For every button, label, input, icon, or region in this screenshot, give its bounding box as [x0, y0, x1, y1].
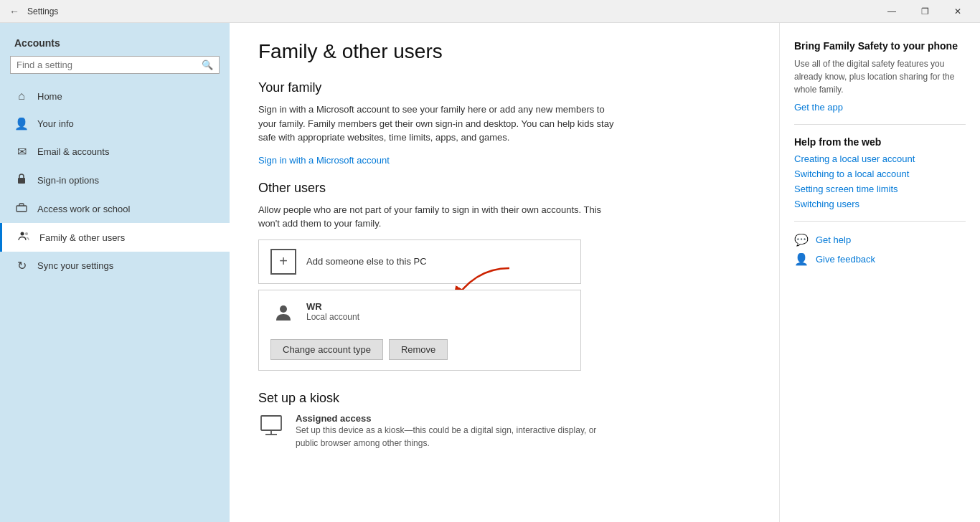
title-bar: ← Settings — ❐ ✕ [0, 0, 980, 23]
user-box-actions: Change account type Remove [259, 333, 580, 370]
person-icon: 👤 [14, 117, 29, 130]
user-info: WR Local account [306, 301, 359, 322]
kiosk-item-title: Assigned access [296, 413, 611, 424]
give-feedback-item[interactable]: 👤 Give feedback [794, 252, 966, 266]
sign-in-link[interactable]: Sign in with a Microsoft account [258, 155, 390, 166]
sidebar: Accounts 🔍 ⌂ Home 👤 Your info ✉ Email & … [0, 23, 230, 522]
your-family-desc: Sign in with a Microsoft account to see … [258, 103, 617, 145]
sync-icon: ↻ [14, 259, 29, 272]
sidebar-item-access-work[interactable]: Access work or school [0, 194, 230, 223]
sidebar-item-email-accounts[interactable]: ✉ Email & accounts [0, 138, 230, 166]
sidebar-item-sync[interactable]: ↻ Sync your settings [0, 252, 230, 280]
group-icon [17, 230, 31, 245]
help-from-web-title: Help from the web [794, 136, 966, 148]
svg-point-2 [21, 232, 24, 236]
give-feedback-link[interactable]: Give feedback [816, 254, 875, 265]
close-button[interactable]: ✕ [941, 0, 974, 23]
get-help-item[interactable]: 💬 Get help [794, 233, 966, 247]
panel-divider-2 [794, 221, 966, 222]
help-link-1[interactable]: Creating a local user account [794, 153, 966, 164]
panel-divider-1 [794, 124, 966, 125]
add-user-label: Add someone else to this PC [306, 256, 427, 267]
lock-icon [14, 173, 29, 187]
kiosk-item: Assigned access Set up this device as a … [258, 413, 750, 450]
kiosk-title: Set up a kiosk [258, 391, 750, 406]
sidebar-section-label: Accounts [0, 23, 230, 56]
kiosk-section: Set up a kiosk Assigned access Set up th… [258, 391, 750, 450]
sidebar-item-sign-in[interactable]: Sign-in options [0, 166, 230, 194]
kiosk-item-desc: Set up this device as a kiosk—this could… [296, 424, 611, 450]
svg-point-3 [25, 232, 28, 235]
search-box[interactable]: 🔍 [10, 56, 220, 74]
help-link-2[interactable]: Switching to a local account [794, 169, 966, 179]
other-users-title: Other users [258, 181, 750, 196]
back-button[interactable]: ← [6, 3, 23, 20]
page-title: Family & other users [258, 40, 750, 63]
svg-rect-6 [261, 416, 281, 430]
chat-icon: 💬 [794, 233, 809, 247]
help-link-3[interactable]: Setting screen time limits [794, 184, 966, 194]
svg-point-5 [280, 305, 287, 313]
right-panel: Bring Family Safety to your phone Use al… [779, 23, 980, 522]
home-icon: ⌂ [14, 90, 29, 103]
family-safety-desc: Use all of the digital safety features y… [794, 57, 966, 96]
search-input[interactable] [17, 60, 202, 70]
sidebar-item-home-label: Home [37, 91, 62, 102]
svg-rect-0 [18, 178, 25, 184]
minimize-button[interactable]: — [875, 0, 908, 23]
other-users-desc: Allow people who are not part of your fa… [258, 203, 617, 231]
sidebar-item-your-info-label: Your info [37, 118, 74, 129]
user-account-box: WR Local account Change account type Rem… [258, 290, 581, 371]
main-content: Family & other users Your family Sign in… [230, 23, 779, 522]
svg-rect-1 [17, 206, 27, 212]
your-family-title: Your family [258, 80, 750, 95]
title-bar-title: Settings [27, 6, 875, 16]
sidebar-item-access-label: Access work or school [37, 204, 130, 214]
help-link-4[interactable]: Switching users [794, 199, 966, 209]
sidebar-item-home[interactable]: ⌂ Home [0, 82, 230, 110]
email-icon: ✉ [14, 145, 29, 158]
maximize-button[interactable]: ❐ [908, 0, 941, 23]
feedback-icon: 👤 [794, 252, 809, 266]
arrow-container: WR Local account Change account type Rem… [258, 290, 750, 371]
window-controls: — ❐ ✕ [875, 0, 974, 23]
family-safety-title: Bring Family Safety to your phone [794, 40, 966, 52]
app-body: Accounts 🔍 ⌂ Home 👤 Your info ✉ Email & … [0, 23, 980, 522]
sidebar-item-email-label: Email & accounts [37, 146, 109, 157]
add-user-box[interactable]: + Add someone else to this PC [258, 239, 581, 284]
user-account-type: Local account [306, 312, 359, 322]
user-box-header[interactable]: WR Local account [259, 290, 580, 333]
remove-button[interactable]: Remove [389, 339, 448, 360]
user-avatar-icon [270, 299, 296, 325]
kiosk-info: Assigned access Set up this device as a … [296, 413, 611, 450]
change-account-type-button[interactable]: Change account type [270, 339, 383, 360]
sidebar-item-family-users[interactable]: Family & other users [0, 223, 230, 252]
get-help-link[interactable]: Get help [816, 234, 851, 245]
get-app-link[interactable]: Get the app [794, 102, 966, 113]
search-icon: 🔍 [202, 60, 213, 70]
sidebar-item-your-info[interactable]: 👤 Your info [0, 110, 230, 138]
sidebar-item-family-label: Family & other users [39, 232, 125, 243]
sidebar-item-sync-label: Sync your settings [37, 260, 113, 271]
briefcase-icon [14, 201, 29, 216]
kiosk-icon [258, 414, 284, 442]
sidebar-item-signin-label: Sign-in options [37, 175, 99, 186]
add-icon: + [270, 249, 296, 275]
user-name: WR [306, 301, 359, 312]
